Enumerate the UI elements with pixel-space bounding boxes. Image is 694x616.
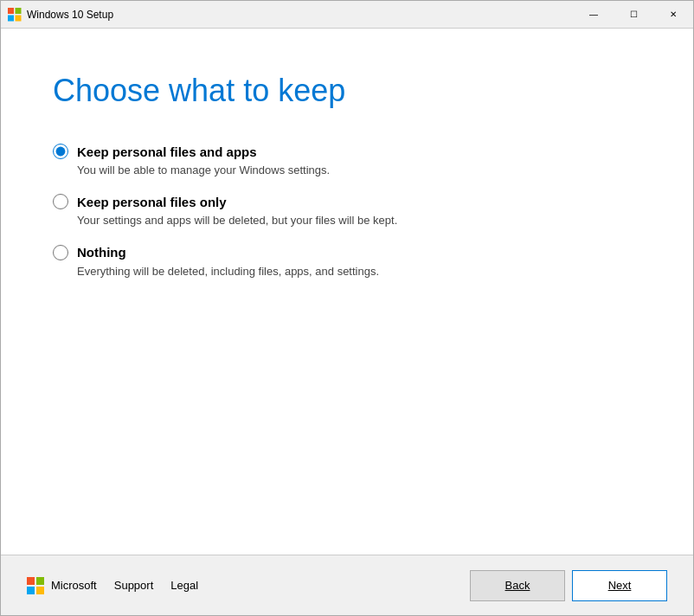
back-button[interactable]: Back: [470, 570, 565, 601]
ms-logo-blue: [27, 587, 35, 594]
back-button-label: Back: [505, 579, 530, 592]
microsoft-logo: Microsoft: [27, 577, 97, 594]
option-keep-all-label[interactable]: Keep personal files and apps: [53, 144, 641, 159]
footer-buttons: Back Next: [470, 570, 667, 601]
titlebar-left: Windows 10 Setup: [8, 8, 113, 22]
main-content: Choose what to keep Keep personal files …: [1, 29, 693, 555]
footer: Microsoft Support Legal Back Next: [1, 555, 693, 615]
minimize-button[interactable]: —: [574, 1, 614, 29]
option-keep-files-radio[interactable]: [53, 194, 68, 209]
svg-rect-0: [8, 8, 14, 14]
legal-link[interactable]: Legal: [170, 579, 198, 592]
titlebar-title: Windows 10 Setup: [27, 9, 113, 21]
option-keep-files-description: Your settings and apps will be deleted, …: [77, 213, 641, 228]
option-nothing-description: Everything will be deleted, including fi…: [77, 264, 641, 279]
option-nothing: Nothing Everything will be deleted, incl…: [53, 245, 641, 279]
windows-icon: [8, 8, 22, 22]
microsoft-brand-text: Microsoft: [51, 579, 97, 592]
option-nothing-label[interactable]: Nothing: [53, 245, 641, 260]
ms-logo-yellow: [36, 587, 44, 594]
next-button[interactable]: Next: [572, 570, 667, 601]
option-keep-all-title: Keep personal files and apps: [77, 144, 257, 159]
ms-logo-grid: [27, 577, 44, 594]
option-nothing-radio[interactable]: [53, 245, 68, 260]
options-list: Keep personal files and apps You will be…: [53, 144, 641, 295]
footer-left: Microsoft Support Legal: [27, 577, 198, 594]
ms-logo-red: [27, 577, 35, 585]
option-nothing-title: Nothing: [77, 245, 126, 260]
svg-rect-3: [16, 15, 22, 21]
option-keep-files-label[interactable]: Keep personal files only: [53, 194, 641, 209]
option-keep-files-title: Keep personal files only: [77, 195, 227, 209]
option-keep-all-radio[interactable]: [53, 144, 68, 159]
page-title: Choose what to keep: [53, 72, 641, 109]
maximize-button[interactable]: ☐: [614, 1, 653, 29]
option-keep-all: Keep personal files and apps You will be…: [53, 144, 641, 178]
svg-rect-2: [8, 15, 14, 21]
setup-window: Windows 10 Setup — ☐ ✕ Choose what to ke…: [0, 0, 694, 616]
titlebar-controls: — ☐ ✕: [574, 1, 693, 29]
option-keep-files: Keep personal files only Your settings a…: [53, 194, 641, 228]
close-button[interactable]: ✕: [653, 1, 693, 29]
support-link[interactable]: Support: [114, 579, 154, 592]
titlebar: Windows 10 Setup — ☐ ✕: [1, 1, 693, 29]
next-button-label: Next: [608, 579, 632, 592]
svg-rect-1: [16, 8, 22, 14]
ms-logo-green: [36, 577, 44, 585]
option-keep-all-description: You will be able to manage your Windows …: [77, 163, 641, 178]
